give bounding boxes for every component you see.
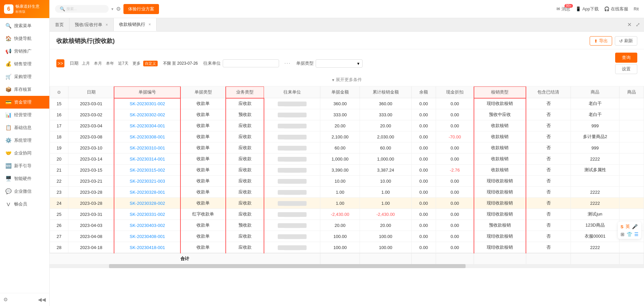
custom-date-btn[interactable]: 自定义	[143, 61, 158, 66]
online-service-button[interactable]: 🎧 在线客服	[604, 6, 628, 12]
cell-has-settled: 否	[526, 231, 571, 242]
tab-home[interactable]: 首页	[50, 18, 69, 31]
sidebar-item-sales[interactable]: 💰 销售管理	[0, 58, 49, 70]
float-shirt-icon[interactable]: 👕	[627, 232, 632, 237]
column-settings-icon[interactable]: ⚙	[57, 90, 61, 95]
app-download-button[interactable]: 📱 App下载	[576, 6, 599, 12]
sidebar-item-shortcut[interactable]: 🏠 快捷导航	[0, 32, 49, 45]
filter-toggle-button[interactable]: >>	[56, 59, 64, 67]
settings-footer-icon[interactable]: ⚙	[3, 297, 8, 303]
cell-has-settled: 否	[526, 187, 571, 198]
username-label[interactable]: Rit	[634, 7, 639, 11]
cell-biz-type: 应收款	[226, 198, 264, 209]
cell-amount: 360.00	[320, 98, 360, 109]
voucher-link[interactable]: SK-20230328-002	[129, 201, 165, 206]
search-placeholder: 搜索...	[66, 6, 77, 11]
sidebar-item-purchase[interactable]: 🛒 采购管理	[0, 70, 49, 83]
this-year-btn[interactable]: 本年	[105, 60, 115, 67]
sidebar-item-basic[interactable]: 📋 基础信息	[0, 121, 49, 134]
voucher-link[interactable]: SK-20230418-001	[129, 245, 165, 250]
horizontal-scrollbar[interactable]	[50, 264, 644, 268]
sidebar-header: 6 畅康道好生意 标推版	[0, 0, 49, 18]
filter-setting-button[interactable]: 设置	[615, 64, 637, 74]
query-button[interactable]: 查询	[615, 53, 637, 63]
voucher-link[interactable]: SK-20230408-001	[129, 234, 165, 239]
partner-input[interactable]	[223, 59, 279, 67]
th-voucher-no: 单据编号	[114, 86, 180, 98]
footer-goods1	[571, 253, 620, 264]
last-7days-btn[interactable]: 近7天	[117, 60, 130, 67]
partner-masked: ██████	[278, 245, 307, 250]
collapse-sidebar-icon[interactable]: ◀◀	[38, 297, 46, 303]
sidebar-item-weixin[interactable]: 💬 企业微信	[0, 185, 49, 198]
voucher-link[interactable]: SK-20230321-003	[129, 179, 165, 184]
this-month-btn[interactable]: 本月	[93, 60, 103, 67]
voucher-link[interactable]: SK-20230314-001	[129, 157, 165, 162]
voucher-link[interactable]: SK-20230308-001	[129, 134, 165, 139]
app-name: 畅康道好生意	[15, 4, 40, 9]
inventory-label: 库存核算	[14, 86, 32, 93]
tab-prepay[interactable]: 预收/应收付单×	[69, 18, 114, 31]
cell-date: 2023-03-31	[68, 209, 114, 220]
cell-goods2	[619, 131, 644, 142]
cell-partner: ██████	[264, 231, 320, 242]
sidebar-item-finance[interactable]: 💳 资金管理	[0, 96, 49, 109]
topbar: 🔍 搜索... ▾ ⚙ 体验行业方案 ✉ 消息 99+ 📱 App下载 🎧 在线…	[50, 0, 644, 18]
cell-writeoff-type: 现结收款核销	[474, 176, 526, 187]
sidebar-item-search[interactable]: 🔍 搜索菜单	[0, 19, 49, 32]
voucher-link[interactable]: SK-20230310-001	[129, 145, 165, 150]
tab-close-prepay[interactable]: ×	[106, 22, 108, 27]
cell-has-settled: 否	[526, 209, 571, 220]
last-month-btn[interactable]: 上月	[80, 60, 91, 67]
sidebar-item-operation[interactable]: 📊 经营管理	[0, 109, 49, 121]
tab-collection[interactable]: 收款核销执行×	[114, 18, 157, 31]
filter-dots[interactable]: ···	[284, 60, 291, 66]
page: 收款核销执行(按收款) ⬆ 导出 ↺ 刷新 >> 日	[50, 32, 644, 306]
sidebar-item-member[interactable]: V 畅会员	[0, 198, 49, 210]
cell-partner: ██████	[264, 242, 320, 253]
table-row: 17 2023-03-04 SK-20230304-001 收款单 应收款 ██…	[50, 120, 644, 131]
topbar-left: 🔍 搜索... ▾ ⚙ 体验行业方案	[55, 4, 552, 14]
refresh-button[interactable]: ↺ 刷新	[615, 36, 637, 46]
sidebar-item-system[interactable]: ⚙️ 系统管理	[0, 134, 49, 147]
cell-date: 2023-03-28	[68, 187, 114, 198]
cell-has-settled: 否	[526, 198, 571, 209]
voucher-link[interactable]: SK-20230403-002	[129, 223, 165, 228]
voucher-link[interactable]: SK-20230331-002	[129, 212, 165, 217]
voucher-link[interactable]: SK-20230304-001	[129, 123, 165, 128]
sidebar-item-hardware[interactable]: 🖥️ 智能硬件	[0, 172, 49, 185]
app-name-block: 畅康道好生意 标推版	[15, 4, 40, 14]
tab-close-collection[interactable]: ×	[149, 22, 151, 27]
topbar-dropdown-arrow-icon[interactable]: ▾	[111, 7, 113, 11]
sidebar-item-inventory[interactable]: 📦 库存核算	[0, 83, 49, 96]
voucher-link[interactable]: SK-20230302-002	[129, 112, 165, 117]
more-date-btn[interactable]: 更多	[131, 60, 142, 67]
solution-button[interactable]: 体验行业方案	[123, 4, 159, 14]
topbar-search-box[interactable]: 🔍 搜索...	[55, 5, 109, 13]
voucher-link[interactable]: SK-20230301-002	[129, 101, 165, 106]
sidebar-item-marketing[interactable]: 📢 营销推广	[0, 45, 49, 58]
voucher-type-select[interactable]: ▾	[316, 59, 363, 68]
voucher-link[interactable]: SK-20230328-001	[129, 190, 165, 195]
cell-goods1: 测试多属性	[571, 165, 620, 176]
expand-tab-button[interactable]: ⤢	[634, 20, 641, 29]
float-mic-icon[interactable]: 🎤	[632, 224, 638, 229]
messages-button[interactable]: ✉ 消息 99+	[556, 6, 570, 12]
cell-voucher-no: SK-20230328-001	[114, 187, 180, 198]
expand-conditions-button[interactable]: ▾ 展开更多条件	[332, 77, 362, 83]
th-settings[interactable]: ⚙	[50, 86, 68, 98]
main-area: 🔍 搜索... ▾ ⚙ 体验行业方案 ✉ 消息 99+ 📱 App下载 🎧 在线…	[50, 0, 644, 306]
cell-has-settled: 否	[526, 142, 571, 154]
topbar-gear-icon[interactable]: ⚙	[116, 6, 121, 12]
partner-masked: ██████	[278, 223, 307, 228]
tabbar: 首页预收/应收付单×收款核销执行× ✕ ⤢	[50, 18, 644, 32]
float-grid-icon[interactable]: ⊞	[621, 232, 625, 237]
float-menu-icon[interactable]: ☰	[634, 232, 639, 237]
cell-writeoff-amount: 1.00	[360, 198, 412, 209]
export-button[interactable]: ⬆ 导出	[590, 36, 612, 46]
voucher-link[interactable]: SK-20230315-002	[129, 168, 165, 173]
sidebar-item-enterprise[interactable]: 🤝 企业协同	[0, 147, 49, 160]
member-icon: V	[5, 201, 11, 207]
sidebar-item-guide[interactable]: 🆕 新手引导	[0, 160, 49, 172]
close-tab-button[interactable]: ✕	[626, 20, 633, 29]
